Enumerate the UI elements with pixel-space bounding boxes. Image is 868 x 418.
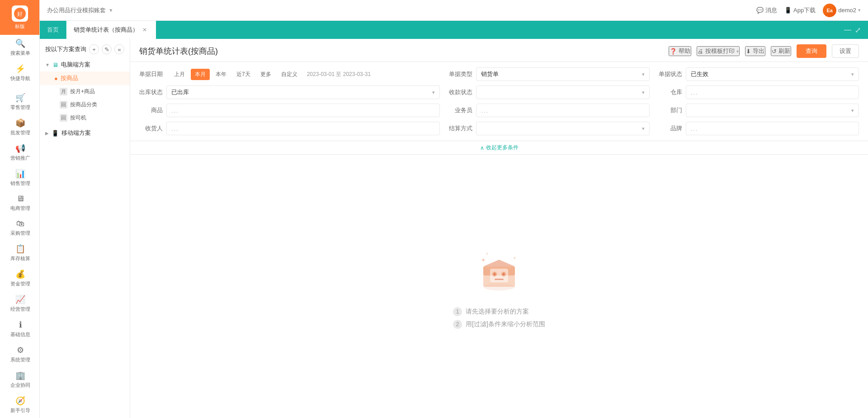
sidebar-item-finance[interactable]: 💰 资金管理: [0, 266, 39, 291]
type-control[interactable]: 销货单 ▾: [476, 67, 649, 81]
receiver-control[interactable]: ...: [166, 122, 440, 135]
dropdown-icon[interactable]: ▾: [109, 7, 113, 14]
app-download-button[interactable]: 📱 App下载: [784, 6, 816, 14]
filter-product: 商品 ...: [139, 104, 440, 117]
product-control[interactable]: ...: [166, 104, 440, 117]
filter-payment-status: 收款状态 ▾: [449, 86, 649, 99]
tab-minimize-button[interactable]: —: [844, 26, 851, 34]
settings-label: 设置: [840, 47, 851, 55]
content: 按以下方案查询 + ✎ « ▼ 🖥 电脑端方案 ● 按商品: [40, 39, 868, 418]
warehouse-control[interactable]: ...: [686, 86, 859, 99]
logo-icon: 好: [12, 5, 28, 22]
scheme-item-by-warehouse[interactable]: 回 按司机: [40, 111, 130, 124]
salesperson-control[interactable]: ...: [476, 104, 649, 117]
tab-home[interactable]: 首页: [40, 21, 66, 39]
sidebar-item-wholesale[interactable]: 📦 批发管理: [0, 114, 39, 140]
sidebar-item-system[interactable]: ⚙ 系统管理: [0, 342, 39, 367]
tab-sales-stat[interactable]: 销货单统计表（按商品） ✕: [66, 21, 156, 39]
product-scheme-icon: ●: [54, 75, 58, 82]
edit-scheme-button[interactable]: ✎: [102, 44, 112, 54]
message-button[interactable]: 💬 消息: [756, 6, 777, 14]
finance-icon: 💰: [15, 269, 25, 279]
tab-close-button[interactable]: ✕: [141, 26, 148, 33]
scheme-group-pc: ▼ 🖥 电脑端方案 ● 按商品 月 按月+商品 回 按商品分类 回: [40, 58, 130, 124]
sidebar: 好 标版 🔍 搜索菜单 ⚡ 快捷导航 🛒 零售管理 📦 批发管理 📢 营销推广 …: [0, 0, 40, 418]
settings-button[interactable]: 设置: [832, 44, 859, 58]
print-template-button[interactable]: 🖨 按模板打印 ▾: [697, 46, 740, 56]
add-scheme-button[interactable]: +: [89, 44, 99, 54]
product-placeholder: ...: [171, 107, 179, 114]
sidebar-item-quick-nav[interactable]: ⚡ 快捷导航: [0, 60, 39, 86]
scheme-group-mobile: ▶ 📱 移动端方案: [40, 126, 130, 140]
help-button[interactable]: ❓ 帮助: [669, 46, 691, 56]
help-icon: ❓: [670, 48, 677, 55]
collapse-bar[interactable]: ∧ 收起更多条件: [130, 141, 868, 155]
pc-group-label: 电脑端方案: [61, 61, 90, 69]
filter-row-2: 出库状态 已出库 ▾ 收款状态 ▾: [139, 86, 859, 99]
date-pill-this-month[interactable]: 本月: [191, 69, 210, 80]
sidebar-item-label: 采购管理: [10, 230, 30, 237]
date-pill-this-year[interactable]: 本年: [212, 69, 231, 80]
logo-area[interactable]: 好 标版: [0, 0, 39, 35]
print-dropdown-icon: ▾: [736, 49, 739, 54]
date-pill-7days[interactable]: 近7天: [232, 69, 255, 80]
query-button[interactable]: 查询: [797, 44, 826, 58]
sidebar-item-guide[interactable]: 🧭 新手引导: [0, 392, 39, 418]
date-pill-more[interactable]: 更多: [256, 69, 275, 80]
date-pill-last-month[interactable]: 上月: [170, 69, 189, 80]
sidebar-item-label: 营销推广: [10, 155, 30, 162]
sidebar-item-label: 新手引导: [10, 407, 30, 414]
scheme-group-header-mobile[interactable]: ▶ 📱 移动端方案: [40, 126, 130, 140]
scheme-item-by-category[interactable]: 回 按商品分类: [40, 98, 130, 111]
export-button[interactable]: ⬇ 导出: [745, 46, 765, 56]
sidebar-item-search[interactable]: 🔍 搜索菜单: [0, 35, 39, 60]
sidebar-item-label: 库存核算: [10, 255, 30, 262]
logo-text: 标版: [15, 24, 25, 29]
sidebar-item-marketing[interactable]: 📢 营销推广: [0, 140, 39, 165]
receiver-label: 收货人: [139, 124, 166, 133]
sidebar-item-label: 经营管理: [10, 306, 30, 313]
sidebar-item-label: 快捷导航: [10, 75, 30, 82]
status-control[interactable]: 已生效 ▾: [686, 67, 859, 81]
refresh-button[interactable]: ↺ 刷新: [771, 46, 791, 56]
scheme-item-by-product[interactable]: ● 按商品: [40, 71, 130, 85]
basics-icon: ℹ: [19, 320, 22, 330]
sidebar-item-label: 资金管理: [10, 280, 30, 287]
sidebar-item-operations[interactable]: 📈 经营管理: [0, 291, 39, 316]
svg-text:✦: ✦: [513, 256, 516, 261]
message-icon: 💬: [756, 7, 764, 14]
ecommerce-icon: 🖥: [16, 194, 24, 204]
sidebar-item-ecommerce[interactable]: 🖥 电商管理: [0, 190, 39, 215]
date-pill-custom[interactable]: 自定义: [277, 69, 302, 80]
sidebar-item-enterprise[interactable]: 🏢 企业协同: [0, 367, 39, 392]
brand-control[interactable]: ...: [686, 122, 859, 135]
marketing-icon: 📢: [15, 143, 25, 153]
user-menu[interactable]: Ea demo2 ▾: [823, 4, 861, 17]
type-dropdown-icon: ▾: [642, 71, 645, 77]
sidebar-item-inventory[interactable]: 📋 库存核算: [0, 240, 39, 266]
sidebar-item-basics[interactable]: ℹ 基础信息: [0, 316, 39, 342]
settlement-control[interactable]: ▾: [476, 122, 649, 135]
svg-rect-10: [495, 279, 504, 280]
tip-num-1: 1: [453, 307, 462, 316]
filter-doc-status: 单据状态 已生效 ▾: [659, 67, 859, 81]
scheme-item-by-month-product[interactable]: 月 按月+商品: [40, 85, 130, 98]
tab-maximize-button[interactable]: ⤢: [855, 26, 861, 34]
warehouse-scheme-icon: 回: [60, 114, 67, 122]
left-panel: 按以下方案查询 + ✎ « ▼ 🖥 电脑端方案 ● 按商品: [40, 39, 130, 418]
sidebar-item-sales[interactable]: 📊 销售管理: [0, 165, 39, 190]
wh-status-control[interactable]: 已出库 ▾: [166, 86, 440, 99]
wh-status-dropdown-icon: ▾: [432, 90, 435, 95]
filter-receiver: 收货人 ...: [139, 122, 440, 135]
sidebar-item-retail[interactable]: 🛒 零售管理: [0, 89, 39, 114]
sidebar-item-purchase[interactable]: 🛍 采购管理: [0, 215, 39, 240]
filter-area: 单据日期 上月 本月 本年 近7天 更多 自定义 2023-03-01 至 20…: [130, 62, 868, 141]
department-control[interactable]: ▾: [686, 104, 859, 117]
warehouse-label: 仓库: [659, 88, 686, 96]
scheme-group-header-pc[interactable]: ▼ 🖥 电脑端方案: [40, 58, 130, 71]
collapse-panel-button[interactable]: «: [114, 44, 124, 54]
empty-illustration: ✦ ✦ ✦: [472, 244, 526, 298]
tip-num-2: 2: [453, 320, 462, 329]
pay-status-control[interactable]: ▾: [476, 86, 649, 99]
svg-text:好: 好: [17, 11, 23, 17]
